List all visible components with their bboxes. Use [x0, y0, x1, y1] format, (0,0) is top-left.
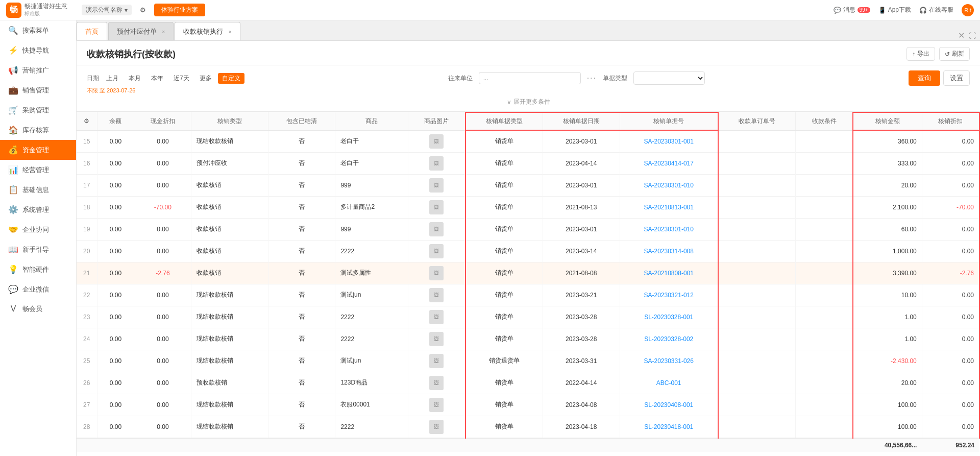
- avatar[interactable]: Rit: [962, 4, 974, 16]
- sidebar-item-operations[interactable]: 📊 经营管理: [0, 160, 76, 180]
- sidebar-item-purchase[interactable]: 🛒 采购管理: [0, 100, 76, 120]
- td-verify-discount: 0.00: [922, 328, 979, 350]
- td-include-settled: 否: [268, 350, 335, 372]
- verify-bill-no-link[interactable]: SL-20230328-001: [644, 314, 693, 321]
- column-settings-icon[interactable]: ⚙: [84, 117, 89, 125]
- td-include-settled: 否: [268, 218, 335, 240]
- verify-bill-no-link[interactable]: SA-20230321-012: [644, 292, 693, 299]
- date-opt-lastmonth[interactable]: 上月: [102, 73, 122, 84]
- date-custom-btn[interactable]: 自定义: [218, 73, 244, 84]
- sidebar-item-label: 销售管理: [22, 86, 49, 95]
- sidebar-item-finance[interactable]: 💰 资金管理: [0, 140, 76, 160]
- sidebar-item-base[interactable]: 📋 基础信息: [0, 180, 76, 200]
- td-goods: 测试多属性: [335, 262, 408, 284]
- verify-bill-no-link[interactable]: SL-20230418-001: [644, 423, 693, 430]
- td-goods-img: 🖼: [408, 174, 465, 196]
- sidebar-item-inventory[interactable]: 🏠 库存核算: [0, 120, 76, 140]
- verify-bill-no-link[interactable]: SA-20230331-026: [644, 357, 693, 365]
- td-verify-bill-no[interactable]: SA-20230414-017: [620, 152, 718, 174]
- tab-verify[interactable]: 收款核销执行 ×: [175, 22, 240, 40]
- verify-bill-no-link[interactable]: SA-20230301-001: [644, 138, 693, 145]
- source-unit-input[interactable]: [479, 72, 581, 84]
- td-verify-type: 收款核销: [191, 262, 268, 284]
- th-cash-discount: 现金折扣: [134, 112, 191, 130]
- sidebar-item-hardware[interactable]: 💡 智能硬件: [0, 259, 76, 279]
- top-bar-center: 演示公司名称 ▾ ⚙ 体验行业方案: [82, 3, 829, 17]
- td-verify-bill-no[interactable]: SA-20230331-026: [620, 350, 718, 372]
- date-opt-thismonth[interactable]: 本月: [125, 73, 145, 84]
- verify-bill-no-link[interactable]: SA-20210813-001: [644, 204, 693, 211]
- tab-home[interactable]: 首页: [77, 22, 107, 40]
- chart-icon: 📊: [8, 165, 18, 175]
- verify-bill-no-link[interactable]: SA-20230301-010: [644, 182, 693, 189]
- app-download[interactable]: 📱 App下载: [878, 6, 911, 14]
- verify-bill-no-link[interactable]: SA-20210808-001: [644, 270, 693, 277]
- filter-bar: 日期 上月 本月 本年 近7天 更多 自定义 往来单位 ···: [77, 65, 980, 112]
- td-verify-bill-no[interactable]: SA-20230301-010: [620, 174, 718, 196]
- td-verify-bill-no[interactable]: SL-20230328-002: [620, 328, 718, 350]
- sidebar-item-marketing[interactable]: 📢 营销推广: [0, 60, 76, 80]
- td-goods: 2222: [335, 416, 408, 438]
- td-verify-bill-no[interactable]: SA-20230321-012: [620, 284, 718, 306]
- td-row-id: 24: [77, 328, 97, 350]
- verify-bill-no-link[interactable]: SA-20230301-010: [644, 226, 693, 233]
- th-verify-type: 核销类型: [191, 112, 268, 130]
- td-verify-bill-no[interactable]: SL-20230328-001: [620, 306, 718, 328]
- td-verify-amount: 2,100.00: [853, 196, 922, 218]
- verify-bill-no-link[interactable]: SA-20230414-017: [644, 160, 693, 167]
- td-verify-bill-date: 2021-08-13: [543, 196, 620, 218]
- page-content: 收款核销执行(按收款) ↑ 导出 ↺ 刷新 日期: [77, 41, 980, 456]
- td-verify-bill-no[interactable]: SA-20230301-010: [620, 218, 718, 240]
- td-verify-bill-no[interactable]: SA-20210808-001: [620, 262, 718, 284]
- sidebar-item-search[interactable]: 🔍 搜索菜单: [0, 20, 76, 40]
- expand-more-btn[interactable]: ∨ 展开更多条件: [507, 98, 550, 106]
- sidebar-item-quicknav[interactable]: ⚡ 快捷导航: [0, 40, 76, 60]
- td-verify-bill-no[interactable]: SA-20230314-008: [620, 240, 718, 262]
- th-goods-img: 商品图片: [408, 112, 465, 130]
- tab-prepay[interactable]: 预付冲应付单 ×: [108, 22, 174, 40]
- refresh-button[interactable]: ↺ 刷新: [939, 47, 970, 61]
- td-verify-bill-no[interactable]: ABC-001: [620, 372, 718, 394]
- td-verify-bill-no[interactable]: SL-20230418-001: [620, 416, 718, 438]
- export-button[interactable]: ↑ 导出: [906, 47, 935, 61]
- td-include-settled: 否: [268, 262, 335, 284]
- td-verify-bill-no[interactable]: SL-20230408-001: [620, 394, 718, 416]
- verify-bill-no-link[interactable]: ABC-001: [656, 379, 681, 387]
- sidebar-item-enterprise[interactable]: 🤝 企业协同: [0, 220, 76, 239]
- tab-verify-label: 收款核销执行: [183, 27, 223, 36]
- sidebar-item-guide[interactable]: 📖 新手引导: [0, 239, 76, 259]
- verify-bill-no-link[interactable]: SL-20230328-002: [644, 335, 693, 343]
- sidebar-item-system[interactable]: ⚙️ 系统管理: [0, 200, 76, 220]
- td-verify-bill-no[interactable]: SA-20230301-001: [620, 130, 718, 152]
- query-button[interactable]: 查询: [909, 70, 940, 86]
- source-unit-label: 往来单位: [448, 74, 473, 83]
- tab-verify-close[interactable]: ×: [228, 29, 231, 35]
- settings-icon[interactable]: ⚙: [136, 3, 150, 17]
- sidebar-item-sales[interactable]: 💼 销售管理: [0, 80, 76, 100]
- message-badge[interactable]: 💬 消息 99+: [834, 6, 870, 14]
- td-verify-bill-type: 销货单: [465, 174, 543, 196]
- table-settings-button[interactable]: 设置: [943, 70, 970, 86]
- td-receipt-condition: [795, 130, 853, 152]
- company-selector[interactable]: 演示公司名称 ▾: [82, 5, 132, 15]
- bill-type-select[interactable]: [633, 71, 705, 85]
- td-verify-discount: 0.00: [922, 394, 979, 416]
- td-cash-discount: 0.00: [134, 218, 191, 240]
- date-opt-more[interactable]: 更多: [195, 73, 216, 84]
- sidebar-item-wechat[interactable]: 💬 企业微信: [0, 279, 76, 299]
- date-opt-thisyear[interactable]: 本年: [147, 73, 167, 84]
- td-verify-bill-type: 销货单: [465, 372, 543, 394]
- verify-bill-no-link[interactable]: SL-20230408-001: [644, 401, 693, 409]
- tab-prepay-close[interactable]: ×: [162, 29, 165, 35]
- td-include-settled: 否: [268, 152, 335, 174]
- td-balance: 0.00: [97, 152, 134, 174]
- sidebar-item-member[interactable]: V 畅会员: [0, 299, 76, 319]
- td-receipt-condition: [795, 174, 853, 196]
- online-service[interactable]: 🎧 在线客服: [919, 6, 953, 14]
- verify-bill-no-link[interactable]: SA-20230314-008: [644, 248, 693, 255]
- window-close-icon[interactable]: ✕: [958, 31, 965, 40]
- solution-button[interactable]: 体验行业方案: [154, 4, 205, 16]
- window-maximize-icon[interactable]: ⛶: [969, 32, 976, 40]
- td-verify-bill-no[interactable]: SA-20210813-001: [620, 196, 718, 218]
- date-opt-7days[interactable]: 近7天: [169, 73, 193, 84]
